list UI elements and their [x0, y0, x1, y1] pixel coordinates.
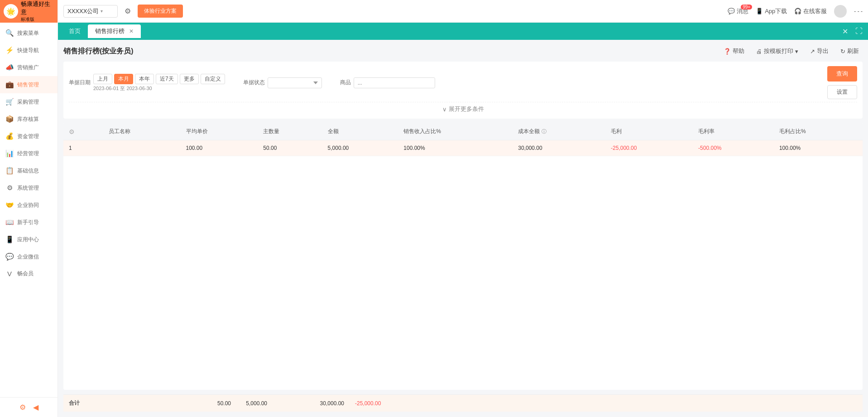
sidebar-item-10[interactable]: 🤝企业协同 [0, 197, 58, 214]
date-btn-7days[interactable]: 近7天 [156, 74, 178, 84]
sidebar-label-6: 资金管理 [17, 133, 39, 140]
sidebar-label-3: 销售管理 [17, 81, 39, 89]
date-btn-this-month[interactable]: 本月 [114, 74, 133, 84]
app-download-label: App下载 [765, 7, 787, 15]
logo-icon: 🌟 [4, 4, 18, 19]
message-badge: 99+ [741, 5, 752, 10]
sidebar-icon-13: 💬 [5, 253, 14, 261]
tab-home[interactable]: 首页 [62, 24, 88, 38]
filter-status: 单据状态 [243, 77, 322, 88]
sidebar-label-2: 营销推广 [17, 64, 39, 72]
tab-sales-ranking[interactable]: 销售排行榜 ✕ [88, 24, 141, 38]
cell-profit: -25,000.00 [605, 140, 693, 156]
table-header-row: ⚙ 员工名称 平均单价 主数量 全额 销售收入占比% 成本全额 ⓘ 毛利 毛利率… [63, 123, 863, 140]
message-button[interactable]: 💬 消息 99+ [728, 7, 748, 15]
sidebar-item-8[interactable]: 📋基础信息 [0, 162, 58, 179]
sidebar-icon-7: 📊 [5, 149, 14, 158]
refresh-button[interactable]: ↻ 刷新 [837, 45, 863, 57]
date-btn-this-year[interactable]: 本年 [135, 74, 154, 84]
sidebar-nav: 🔍搜索菜单⚡快捷导航📣营销推广💼销售管理🛒采购管理📦库存核算💰资金管理📊经营管理… [0, 23, 58, 397]
sidebar-icon-10: 🤝 [5, 201, 14, 209]
message-icon: 💬 [728, 8, 735, 14]
tab-close-icon[interactable]: ✕ [129, 28, 134, 34]
sidebar-item-11[interactable]: 📖新手引导 [0, 214, 58, 231]
sidebar-logo: 🌟 畅康通好生意 标准版 [0, 0, 58, 23]
sidebar-label-7: 经营管理 [17, 150, 39, 158]
footer-qty: 50.00 [200, 400, 236, 407]
goods-input[interactable] [354, 77, 435, 88]
sidebar-item-7[interactable]: 📊经营管理 [0, 145, 58, 162]
sidebar-item-0[interactable]: 🔍搜索菜单 [0, 24, 58, 42]
export-button[interactable]: ↗ 导出 [806, 45, 832, 57]
col-settings-icon[interactable]: ⚙ [69, 128, 75, 135]
sidebar-item-5[interactable]: 📦库存核算 [0, 110, 58, 128]
footer-profit: -25,000.00 [350, 400, 386, 407]
date-btn-custom[interactable]: 自定义 [201, 74, 225, 84]
query-button[interactable]: 查询 [827, 66, 857, 81]
date-btn-more[interactable]: 更多 [180, 74, 199, 84]
sidebar-collapse-icon[interactable]: ◀ [31, 401, 40, 413]
page-actions: ❓ 帮助 🖨 按模板打印 ▾ ↗ 导出 ↻ 刷新 [720, 45, 863, 57]
sidebar-item-1[interactable]: ⚡快捷导航 [0, 42, 58, 59]
table-footer: 合计 50.00 5,000.00 30,000.00 -25,000.00 [63, 394, 863, 412]
sidebar-icon-12: 📱 [5, 235, 14, 244]
cell-employee [103, 140, 181, 156]
headset-icon: 🎧 [794, 8, 801, 14]
table-row: 1 100.00 50.00 5,000.00 100.00% 30,000.0… [63, 140, 863, 156]
tabbar: 首页 销售排行榜 ✕ ✕ ⛶ [58, 23, 868, 40]
sidebar-icon-4: 🛒 [5, 98, 14, 106]
avatar[interactable] [834, 5, 847, 18]
topbar-gear-button[interactable]: ⚙ [121, 5, 134, 18]
sidebar-label-5: 库存核算 [17, 115, 39, 123]
footer-values: 50.00 5,000.00 30,000.00 -25,000.00 [159, 400, 857, 407]
sidebar-icon-6: 💰 [5, 132, 14, 140]
expand-more-button[interactable]: ∨ 展开更多条件 [442, 105, 484, 113]
table-body: 1 100.00 50.00 5,000.00 100.00% 30,000.0… [63, 140, 863, 156]
sidebar-item-4[interactable]: 🛒采购管理 [0, 93, 58, 110]
tab-close-all-icon[interactable]: ✕ [840, 25, 850, 38]
sidebar-item-2[interactable]: 📣营销推广 [0, 59, 58, 76]
data-table: ⚙ 员工名称 平均单价 主数量 全额 销售收入占比% 成本全额 ⓘ 毛利 毛利率… [63, 123, 863, 156]
sidebar-label-12: 应用中心 [17, 236, 39, 244]
status-select[interactable] [268, 77, 322, 88]
page-title: 销售排行榜(按业务员) [63, 47, 134, 56]
col-profit-pct: 毛利占比% [774, 123, 863, 140]
date-btn-last-month[interactable]: 上月 [93, 74, 112, 84]
cell-amount: 5,000.00 [322, 140, 398, 156]
help-button[interactable]: ❓ 帮助 [720, 45, 748, 57]
sidebar-item-6[interactable]: 💰资金管理 [0, 128, 58, 145]
online-service-button[interactable]: 🎧 在线客服 [794, 7, 827, 15]
print-caret-icon: ▾ [795, 48, 798, 55]
col-sales-pct: 销售收入占比% [398, 123, 513, 140]
help-icon: ❓ [724, 48, 731, 55]
expand-row: ∨ 展开更多条件 [69, 102, 857, 114]
sidebar-icon-11: 📖 [5, 218, 14, 226]
sidebar-item-12[interactable]: 📱应用中心 [0, 231, 58, 248]
sidebar-settings-icon[interactable]: ⚙ [18, 401, 28, 413]
print-label: 按模板打印 [764, 47, 793, 55]
sidebar-item-3[interactable]: 💼销售管理 [0, 76, 58, 93]
username-label: - - - [854, 8, 863, 14]
app-download-icon: 📱 [756, 8, 763, 14]
date-btn-group: 上月 本月 本年 近7天 更多 自定义 2023-06-01 至 2023-06… [93, 74, 225, 92]
sidebar-label-11: 新手引导 [17, 219, 39, 226]
col-settings: ⚙ [63, 123, 103, 140]
trial-button[interactable]: 体验行业方案 [138, 5, 183, 18]
company-caret-icon: ▾ [101, 9, 103, 14]
settings-button[interactable]: 设置 [827, 85, 857, 99]
date-label: 单据日期 [69, 79, 91, 86]
footer-label: 合计 [69, 399, 159, 407]
print-button[interactable]: 🖨 按模板打印 ▾ [753, 45, 802, 57]
app-download-button[interactable]: 📱 App下载 [756, 7, 787, 15]
tab-expand-icon[interactable]: ⛶ [854, 25, 864, 38]
col-profit-rate: 毛利率 [693, 123, 774, 140]
sidebar-item-14[interactable]: V畅会员 [0, 265, 58, 282]
sidebar-label-4: 采购管理 [17, 98, 39, 106]
table-header: ⚙ 员工名称 平均单价 主数量 全额 销售收入占比% 成本全额 ⓘ 毛利 毛利率… [63, 123, 863, 140]
sidebar-item-9[interactable]: ⚙系统管理 [0, 179, 58, 197]
date-range-text: 2023-06-01 至 2023-06-30 [93, 85, 225, 92]
company-select[interactable]: XXXXX公司 ▾ [63, 5, 118, 18]
sidebar-item-13[interactable]: 💬企业微信 [0, 248, 58, 265]
tabbar-right-buttons: ✕ ⛶ [840, 25, 864, 38]
expand-label: 展开更多条件 [449, 105, 484, 113]
